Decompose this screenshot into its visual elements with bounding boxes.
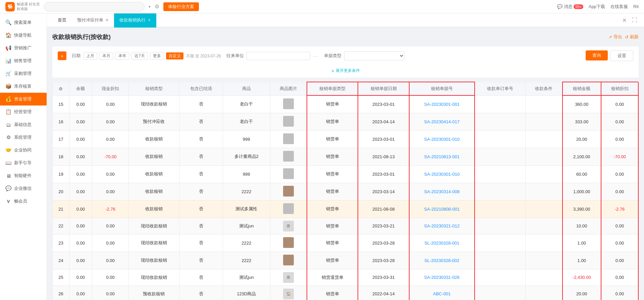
online-service-link[interactable]: 在线客服 xyxy=(610,4,628,10)
doc-no-link[interactable]: ABC-001 xyxy=(433,291,451,296)
export-button[interactable]: ↗ 导出 xyxy=(608,34,622,40)
sidebar-item-system[interactable]: ⚙ 系统管理 xyxy=(0,131,47,144)
table-header: ⚙ 余额 现金折扣 核销类型 包含已结清 商品 商品图片 核销单据类型 核销单据… xyxy=(53,82,639,95)
sidebar-item-member[interactable]: V 畅会员 xyxy=(0,195,47,208)
cell-product: 老白干 xyxy=(223,95,270,113)
search-input[interactable] xyxy=(44,2,145,11)
cell-doc-type: 销货单 xyxy=(307,113,358,130)
sidebar-item-marketing[interactable]: 📢 营销推广 xyxy=(0,42,47,54)
sidebar-item-quicknav[interactable]: 🏠 快捷导航 xyxy=(0,29,47,42)
from-unit-input[interactable] xyxy=(247,52,310,60)
product-image: 🏠 xyxy=(283,289,294,299)
cell-doc-no: SA-20230314-008 xyxy=(409,183,475,200)
app-download-link[interactable]: App下载 xyxy=(589,4,605,10)
sidebar-item-basic-info[interactable]: 🗂 基础信息 xyxy=(0,118,47,131)
sidebar-item-wechat[interactable]: 💬 企业微信 xyxy=(0,182,47,195)
filter-expand-button[interactable]: » xyxy=(58,51,66,60)
sidebar-item-hardware[interactable]: 🖥 智能硬件 xyxy=(0,169,47,182)
tab-receipt-label: 收款核销执行 xyxy=(119,17,146,23)
top-bar-right: 💬 消息 99+ App下载 在线客服 Rit xyxy=(557,4,639,10)
industry-solution-button[interactable]: 体验行业方案 xyxy=(163,2,199,11)
doc-no-link[interactable]: SA-20230301-010 xyxy=(424,172,460,177)
refresh-button[interactable]: ↺ 刷新 xyxy=(625,34,639,40)
doc-no-link[interactable]: SL-20230328-002 xyxy=(424,258,459,263)
doc-no-link[interactable]: SA-20230314-008 xyxy=(424,189,460,194)
cell-order-no xyxy=(475,269,525,286)
cell-id: 15 xyxy=(53,95,69,113)
cell-cash-discount: 0.00 xyxy=(92,269,128,286)
table-row: 22 0.00 0.00 现结收款核销 否 测试jun 图 销货单 2023-0… xyxy=(53,218,639,234)
sales-icon: 📊 xyxy=(5,58,11,64)
cell-discount: -2.76 xyxy=(601,200,638,218)
top-bar: 畅 畅捷通·好生意标准版 ▾ ⚙ 体验行业方案 💬 消息 99+ App下载 在… xyxy=(0,0,644,13)
tab-receipt-close[interactable]: ✕ xyxy=(148,18,151,23)
settings-icon[interactable]: ⚙ xyxy=(155,3,159,10)
home-icon: 🏠 xyxy=(5,32,11,38)
tab-home[interactable]: 首页 xyxy=(52,13,72,28)
sidebar-item-guide[interactable]: 📖 新手引导 xyxy=(0,157,47,169)
tab-receipt[interactable]: 收款核销执行 ✕ xyxy=(114,13,156,28)
cell-type: 收款核销 xyxy=(129,183,179,200)
cell-cash-discount: -2.76 xyxy=(92,200,128,218)
tab-close-all-button[interactable]: ✕ xyxy=(621,16,628,25)
date-btn-this-month[interactable]: 本月 xyxy=(99,52,113,60)
sidebar-item-finance[interactable]: 💰 资金管理 xyxy=(0,93,47,105)
doc-no-link[interactable]: SA-20210808-001 xyxy=(424,207,460,212)
doc-no-link[interactable]: SA-20230301-001 xyxy=(424,102,460,107)
cell-pay-cond xyxy=(525,183,562,200)
tab-prepay[interactable]: 预付冲应付单 ✕ xyxy=(72,13,114,28)
cell-discount: 0.00 xyxy=(601,269,638,286)
cell-id: 18 xyxy=(53,148,69,165)
tab-bar: 首页 预付冲应付单 ✕ 收款核销执行 ✕ ✕ ⛶ xyxy=(47,13,644,28)
cell-doc-type: 销货单 xyxy=(307,165,358,183)
doc-no-link[interactable]: SA-20230301-010 xyxy=(424,137,460,142)
query-button[interactable]: 查询 xyxy=(586,50,608,60)
sidebar-item-label: 智能硬件 xyxy=(14,173,32,179)
table-row: 16 0.00 0.00 预付冲应收 否 老白干 销货单 2023-04-14 … xyxy=(53,113,639,130)
cell-pay-cond xyxy=(525,200,562,218)
cell-doc-date: 2023-03-21 xyxy=(358,218,409,234)
message-icon[interactable]: 💬 消息 99+ xyxy=(557,4,583,10)
cell-discount: 0.00 xyxy=(601,252,638,269)
data-table: ⚙ 余额 现金折扣 核销类型 包含已结清 商品 商品图片 核销单据类型 核销单据… xyxy=(52,82,639,300)
date-btn-last-month[interactable]: 上月 xyxy=(83,52,97,60)
expand-more-button[interactable]: ∨ 展开更多条件 xyxy=(58,68,633,74)
cell-product: 测试多属性 xyxy=(223,200,270,218)
col-settings[interactable]: ⚙ xyxy=(53,82,69,95)
tab-fullscreen-button[interactable]: ⛶ xyxy=(631,16,639,25)
doc-no-link[interactable]: SL-20230328-001 xyxy=(424,241,459,246)
sidebar-item-search[interactable]: 🔍 搜索菜单 xyxy=(0,16,47,29)
cell-pay-cond xyxy=(525,148,562,165)
cell-doc-date: 2023-03-28 xyxy=(358,234,409,252)
doc-no-link[interactable]: SA-20230321-012 xyxy=(424,223,460,228)
sidebar-item-sales[interactable]: 📊 销售管理 xyxy=(0,54,47,67)
date-btn-more[interactable]: 更多 xyxy=(150,52,164,60)
sidebar-item-inventory[interactable]: 📦 库存核算 xyxy=(0,80,47,93)
user-name[interactable]: Rit xyxy=(633,4,639,9)
date-custom-button[interactable]: 自定义 xyxy=(166,52,183,59)
sidebar-item-operations[interactable]: 📋 经营管理 xyxy=(0,105,47,118)
table-row: 15 0.00 0.00 现结收款核销 否 老白干 销货单 2023-03-01… xyxy=(53,95,639,113)
tab-prepay-close[interactable]: ✕ xyxy=(105,18,109,23)
data-table-wrap: ⚙ 余额 现金折扣 核销类型 包含已结清 商品 商品图片 核销单据类型 核销单据… xyxy=(52,82,639,300)
cell-product: 测试jun xyxy=(223,269,270,286)
cell-pay-cond xyxy=(525,218,562,234)
setting-button[interactable]: 设置 xyxy=(610,50,633,61)
cell-doc-no: SL-20230328-001 xyxy=(409,234,475,252)
col-doc-date: 核销单据日期 xyxy=(358,82,409,95)
cell-product-img xyxy=(270,234,307,252)
sidebar-item-collab[interactable]: 🤝 企业协同 xyxy=(0,144,47,157)
doc-no-link[interactable]: SA-20230414-017 xyxy=(424,119,460,124)
doc-no-link[interactable]: SA-20210813-001 xyxy=(424,154,460,159)
doc-no-link[interactable]: SA-20230331-026 xyxy=(424,275,460,280)
cell-order-no xyxy=(475,234,525,252)
date-btn-7days[interactable]: 近7天 xyxy=(131,52,148,60)
cell-product: 999 xyxy=(223,130,270,148)
col-discount: 核销折扣 xyxy=(601,82,638,95)
dropdown-arrow[interactable]: ▾ xyxy=(149,4,151,9)
cell-settled: 否 xyxy=(179,252,223,269)
receipt-type-select[interactable] xyxy=(344,51,405,60)
sidebar-item-purchase[interactable]: 🛒 采购管理 xyxy=(0,67,47,80)
date-btn-this-year[interactable]: 本年 xyxy=(115,52,129,60)
cell-pay-cond xyxy=(525,130,562,148)
